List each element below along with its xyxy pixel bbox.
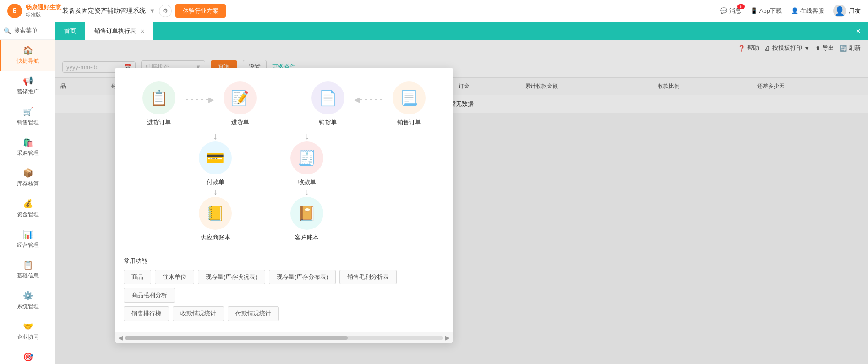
message-badge: 6 <box>737 4 745 9</box>
func-btn-receipt-stats[interactable]: 收款情况统计 <box>173 306 224 321</box>
inventory-icon: 📦 <box>23 168 33 178</box>
popup-scrollbar[interactable]: ◀ ▶ <box>115 332 453 343</box>
func-btn-product[interactable]: 商品 <box>124 270 151 284</box>
func-btn-product-margin[interactable]: 商品毛利分析 <box>124 288 175 303</box>
func-btn-stock-dist[interactable]: 现存量(库存分布表) <box>269 270 336 284</box>
sidebar-item-quick-nav[interactable]: 🏠 快捷导航 <box>0 40 55 71</box>
scrollbar-track[interactable] <box>125 336 443 340</box>
payment-circle: 💳 <box>199 141 232 174</box>
sidebar-item-operations[interactable]: 📊 经营管理 <box>0 224 55 255</box>
purchase-label: 进货单 <box>231 118 249 126</box>
experience-btn[interactable]: 体验行业方案 <box>175 4 226 18</box>
quick-nav-icon: 🏠 <box>23 45 33 55</box>
gear-button[interactable]: ⚙ <box>159 5 172 17</box>
flow-node-purchase-order[interactable]: 📋 进货订单 <box>133 81 186 126</box>
func-buttons-row2: 销售排行榜 收款情况统计 付款情况统计 <box>124 306 444 321</box>
tab-home-label: 首页 <box>64 27 76 35</box>
customer-ledger-circle: 📔 <box>290 197 323 230</box>
tab-close-icon[interactable]: × <box>141 27 144 35</box>
func-btn-sales-margin[interactable]: 销售毛利分析表 <box>339 270 397 284</box>
sidebar-item-label-basic-info: 基础信息 <box>17 272 39 280</box>
sidebar-item-label-quick-nav: 快捷导航 <box>17 57 39 65</box>
sidebar-item-label-purchase: 采购管理 <box>17 149 39 157</box>
tab-close-right-icon[interactable]: × <box>848 27 868 36</box>
purchase-order-circle: 📋 <box>142 81 175 114</box>
sidebar-item-finance[interactable]: 💰 资金管理 <box>0 193 55 224</box>
service-icon: 👤 <box>791 7 798 14</box>
sidebar-item-label-operations: 经营管理 <box>17 241 39 249</box>
scroll-left-icon[interactable]: ◀ <box>118 334 123 341</box>
sale-order-circle: 📃 <box>393 81 426 114</box>
app-download-item[interactable]: 📱 App下载 <box>750 7 782 15</box>
flow-node-supplier-ledger[interactable]: 📒 供应商账本 <box>188 197 243 242</box>
supplier-ledger-label: 供应商账本 <box>201 234 230 242</box>
user-avatar: 👤 <box>833 5 846 17</box>
enterprise-icon: 🤝 <box>23 321 33 331</box>
basic-info-icon: 📋 <box>23 260 33 270</box>
logo-line2: 标准版 <box>26 11 61 18</box>
purchase-icon: 🛍️ <box>23 137 33 147</box>
sidebar-item-enterprise[interactable]: 🤝 企业协同 <box>0 316 55 347</box>
flow-node-sale-invoice[interactable]: 📄 销货单 <box>301 81 354 126</box>
func-buttons-row1: 商品 往来单位 现存量(库存状况表) 现存量(库存分布表) 销售毛利分析表 商品… <box>124 270 444 303</box>
sidebar-item-marketing[interactable]: 📢 营销推广 <box>0 71 55 101</box>
sidebar: 🔍 搜索菜单 🏠 快捷导航 📢 营销推广 🛒 销售管理 🛍️ 采购管理 📦 库存… <box>0 22 55 364</box>
tab-home[interactable]: 首页 <box>55 22 85 40</box>
arrow-down-receipt: ↓ <box>279 186 334 197</box>
supplier-ledger-circle: 📒 <box>199 197 232 230</box>
flow-node-payment[interactable]: 💳 付款单 <box>188 141 243 186</box>
func-btn-payment-stats[interactable]: 付款情况统计 <box>228 306 279 321</box>
logo-area: 6 畅康通好生意 标准版 <box>7 4 62 18</box>
sale-invoice-label: 销货单 <box>319 118 337 126</box>
title-dropdown-icon[interactable]: ▼ <box>149 7 155 14</box>
tab-sales-order-label: 销售订单执行表 <box>94 27 136 35</box>
flow-area: 📋 进货订单 ▶ 📝 <box>115 68 453 251</box>
func-btn-stock-status[interactable]: 现存量(库存状况表) <box>198 270 265 284</box>
sidebar-item-newbie[interactable]: 🎯 新手引导 <box>0 347 55 364</box>
online-service-item[interactable]: 👤 在线客服 <box>791 7 824 15</box>
purchase-circle: 📝 <box>224 81 257 114</box>
sidebar-item-purchase[interactable]: 🛍️ 采购管理 <box>0 132 55 163</box>
popup-card: 📋 进货订单 ▶ 📝 <box>115 68 453 343</box>
scrollbar-thumb <box>125 336 348 340</box>
sidebar-item-system[interactable]: ⚙️ 系统管理 <box>0 285 55 316</box>
sidebar-item-basic-info[interactable]: 📋 基础信息 <box>0 255 55 285</box>
search-label: 搜索菜单 <box>14 27 38 35</box>
user-area[interactable]: 👤 用友 <box>833 5 861 17</box>
receipt-circle: 🧾 <box>290 141 323 174</box>
flow-node-receipt[interactable]: 🧾 收款单 <box>279 141 334 186</box>
sidebar-item-label-inventory: 库存核算 <box>17 180 39 188</box>
flow-node-sale-order[interactable]: 📃 销售订单 <box>382 81 435 126</box>
header-right: 💬 消息 6 📱 App下载 👤 在线客服 👤 用友 <box>720 5 861 17</box>
content-area: 首页 销售订单执行表 × × ❓ 帮助 🖨 按模板打印 ▼ <box>55 22 868 364</box>
online-service-label: 在线客服 <box>800 7 824 15</box>
arrow-down-purchase: ↓ <box>188 131 243 141</box>
sidebar-item-label-enterprise: 企业协同 <box>17 333 39 341</box>
flow-node-purchase[interactable]: 📝 进货单 <box>214 81 267 126</box>
func-btn-partner[interactable]: 往来单位 <box>155 270 194 284</box>
message-icon: 💬 <box>720 7 727 14</box>
newbie-icon: 🎯 <box>23 352 33 362</box>
logo-text: 畅康通好生意 标准版 <box>26 4 61 18</box>
download-icon: 📱 <box>750 7 758 14</box>
system-title: 装备及固定资产辅助管理系统 <box>62 7 146 15</box>
arrow-down-sale-invoice: ↓ <box>279 131 334 141</box>
sidebar-item-label-system: 系统管理 <box>17 303 39 310</box>
scroll-right-icon[interactable]: ▶ <box>445 334 450 341</box>
message-item[interactable]: 💬 消息 6 <box>720 7 741 15</box>
marketing-icon: 📢 <box>23 76 33 86</box>
sidebar-item-label-marketing: 营销推广 <box>17 88 39 96</box>
sale-invoice-circle: 📄 <box>311 81 344 114</box>
logo-line1: 畅康通好生意 <box>26 4 61 11</box>
page-content: ❓ 帮助 🖨 按模板打印 ▼ ⬆ 导出 🔄 刷新 <box>55 40 868 364</box>
app-download-label: App下载 <box>759 7 782 15</box>
func-btn-sales-rank[interactable]: 销售排行榜 <box>124 306 169 321</box>
tab-sales-order[interactable]: 销售订单执行表 × <box>85 22 153 40</box>
sidebar-search[interactable]: 🔍 搜索菜单 <box>0 22 55 40</box>
flow-node-customer-ledger[interactable]: 📔 客户账本 <box>279 197 334 242</box>
tab-bar: 首页 销售订单执行表 × × <box>55 22 868 40</box>
finance-icon: 💰 <box>23 199 33 209</box>
arrow-down-payment: ↓ <box>188 186 243 197</box>
sidebar-item-inventory[interactable]: 📦 库存核算 <box>0 163 55 193</box>
sidebar-item-sales[interactable]: 🛒 销售管理 <box>0 101 55 132</box>
